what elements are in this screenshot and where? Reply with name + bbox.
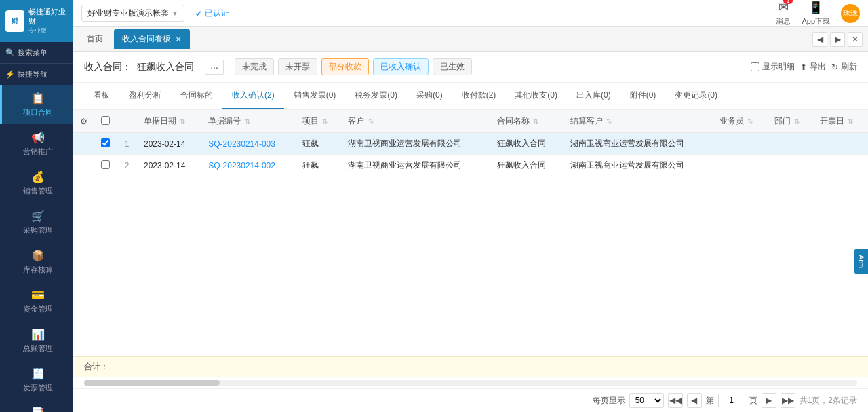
prev-page-button[interactable]: ◀ [687,393,702,408]
tab-next-button[interactable]: ▶ [830,32,845,47]
tab-tax-invoice[interactable]: 税务发票(0) [345,83,407,109]
next-page-button[interactable]: ▶ [762,393,776,408]
tab-attachment[interactable]: 附件(0) [620,83,666,109]
main-area: 好业财专业版演示帐套 ▼ ✔ 已认证 ✉ 1 消息 📱 App下载 珠珠 [73,0,868,412]
sales-icon: 💰 [31,170,45,183]
tab-close-button[interactable]: ✕ [175,35,182,44]
tab-other[interactable]: 其他收支(0) [505,83,567,109]
table-area: ⚙ 单据日期 ⇅ 单据编号 ⇅ 项目 ⇅ 客户 ⇅ 合同名称 ⇅ 结算客户 ⇅ [73,110,868,356]
last-page-button[interactable]: ▶▶ [781,393,795,408]
scrollbar-track[interactable] [84,380,857,386]
first-page-button[interactable]: ◀◀ [668,393,683,408]
sidebar-item-label: 销售管理 [23,186,53,196]
row-order-no[interactable]: SQ-20230214-003 [201,133,296,155]
row-order-no[interactable]: SQ-20230214-002 [201,155,296,176]
department-column[interactable]: 部门 ⇅ [768,110,813,133]
row-department [768,155,813,176]
avatar[interactable]: 珠珠 [841,4,860,23]
status-uncomplete[interactable]: 未完成 [235,58,274,75]
status-confirmed[interactable]: 已收入确认 [373,58,429,75]
order-no-column[interactable]: 单据编号 ⇅ [201,110,296,133]
home-tab[interactable]: 首页 [79,29,111,49]
confirmed-label: 已收入确认 [380,62,421,71]
sidebar-item-funds[interactable]: 💳 资金管理 [0,282,73,321]
show-detail-label: 显示明细 [762,61,795,73]
tab-prev-button[interactable]: ◀ [812,32,827,47]
order-no-link[interactable]: SQ-20230214-002 [208,161,275,170]
status-effective[interactable]: 已生效 [433,58,472,75]
search-menu-item[interactable]: 🔍 搜索菜单 [0,42,73,64]
scrollbar-thumb[interactable] [84,380,220,386]
row-project: 狂飙 [296,133,341,155]
side-action-button[interactable]: Arm [854,248,868,273]
verified-dot: ✔ [195,9,202,18]
total-info: 共1页，2条记录 [800,395,857,407]
salesperson-column[interactable]: 业务员 ⇅ [713,110,768,133]
page-subtitle: 狂飙收入合同 [137,61,194,73]
row-checkbox[interactable] [101,160,110,169]
marketing-icon: 📢 [31,131,45,144]
tab-contract[interactable]: 合同标的 [171,83,222,109]
order-no-link[interactable]: SQ-20230214-003 [208,139,275,149]
quick-nav-item[interactable]: ⚡ 快捷导航 [0,64,73,85]
tab-kanban[interactable]: 看板 [84,83,119,109]
tab-purchase[interactable]: 采购(0) [407,83,452,109]
customer-column[interactable]: 客户 ⇅ [341,110,490,133]
tab-payment[interactable]: 收付款(2) [452,83,506,109]
tab-changes[interactable]: 变更记录(0) [665,83,727,109]
project-column[interactable]: 项目 ⇅ [296,110,341,133]
date-column[interactable]: 单据日期 ⇅ [137,110,201,133]
sidebar-item-sales[interactable]: 💰 销售管理 [0,164,73,203]
tab-profit[interactable]: 盈利分析 [119,83,171,109]
row-salesperson [713,133,768,155]
refresh-button[interactable]: ↻ 刷新 [831,61,857,73]
per-page-select[interactable]: 50 100 200 [629,393,664,408]
settle-customer-column[interactable]: 结算客户 ⇅ [564,110,713,133]
row-check[interactable] [94,155,117,176]
settings-column[interactable]: ⚙ [73,110,94,133]
status-uninvoiced[interactable]: 未开票 [278,58,317,75]
check-column [94,110,117,133]
sidebar-item-marketing[interactable]: 📢 营销推广 [0,124,73,164]
sidebar-item-invoice[interactable]: 🧾 发票管理 [0,360,73,400]
company-name: 好业财专业版演示帐套 [87,7,169,19]
open-date-column[interactable]: 开票日 ⇅ [813,110,868,133]
select-all-checkbox[interactable] [101,116,110,125]
tab-close-all-button[interactable]: ✕ [848,32,863,47]
tab-sales-invoice[interactable]: 销售发票(0) [284,83,346,109]
show-detail-checkbox[interactable]: 显示明细 [751,61,795,73]
tabs-navigation: ◀ ▶ ✕ [812,32,863,47]
row-checkbox[interactable] [101,138,110,147]
row-check[interactable] [94,133,117,155]
show-detail-input[interactable] [751,62,760,71]
row-date: 2023-02-14 [137,133,201,155]
app-download-button[interactable]: 📱 App下载 [802,0,830,26]
tab-confirm[interactable]: 收入确认(2) [222,83,284,109]
more-button[interactable]: ··· [205,60,224,75]
sidebar-item-tax[interactable]: 📑 税务管理 [0,400,73,412]
uninvoiced-label: 未开票 [285,62,310,71]
company-selector[interactable]: 好业财专业版演示帐套 ▼ [81,5,184,22]
page-input[interactable] [718,394,745,407]
sidebar-item-general[interactable]: 📊 总账管理 [0,321,73,360]
active-tab[interactable]: 收入合同看板 ✕ [114,29,190,49]
sidebar-item-project[interactable]: 📋 项目合同 [0,85,73,124]
refresh-label: 刷新 [841,61,857,73]
active-tab-label: 收入合同看板 [122,33,171,45]
export-icon: ⬆ [800,62,807,72]
chevron-down-icon: ▼ [172,10,178,17]
sidebar-item-purchase[interactable]: 🛒 采购管理 [0,203,73,242]
status-partial[interactable]: 部分收款 [321,58,369,75]
table-wrapper[interactable]: ⚙ 单据日期 ⇅ 单据编号 ⇅ 项目 ⇅ 客户 ⇅ 合同名称 ⇅ 结算客户 ⇅ [73,110,868,356]
sidebar-item-inventory[interactable]: 📦 库存核算 [0,242,73,282]
export-button[interactable]: ⬆ 导出 [800,61,826,73]
message-button[interactable]: ✉ 1 消息 [776,0,791,26]
partial-label: 部分收款 [329,62,361,71]
logo-main-text: 畅捷通好业财 [28,7,68,26]
contract-name-column[interactable]: 合同名称 ⇅ [490,110,564,133]
per-page-label: 每页显示 [593,395,625,407]
table-footer: 合计： [73,356,868,377]
tab-outin[interactable]: 出入库(0) [567,83,620,109]
row-customer: 湖南卫视商业运营发展有限公司 [341,155,490,176]
side-action-panel: Arm [854,248,868,273]
